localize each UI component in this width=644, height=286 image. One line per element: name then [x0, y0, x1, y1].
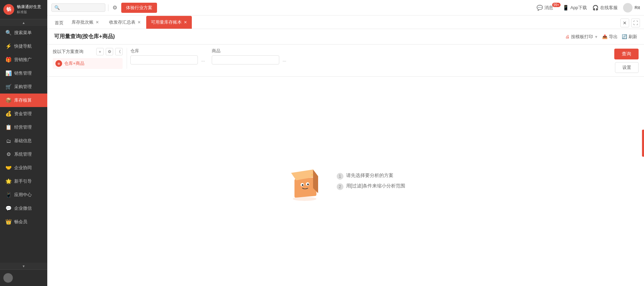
filter-area: 按以下方案查询 ＋ ⚙ 《 ⊕ 仓库+商品 仓库 — [47, 45, 644, 77]
tip-item-2: 2 用[过滤]条件来缩小分析范围 — [337, 183, 406, 190]
tab-fullscreen-button[interactable]: ⛶ — [631, 19, 640, 27]
filter-settings-button[interactable]: 设置 — [615, 62, 639, 73]
refresh-button[interactable]: 🔄 刷新 — [622, 34, 637, 40]
svg-point-8 — [293, 197, 316, 201]
sales-icon: 📊 — [5, 70, 11, 76]
scheme-item-warehouse-product[interactable]: ⊕ 仓库+商品 — [53, 58, 123, 69]
export-label: 导出 — [609, 34, 618, 40]
tab-batch-close[interactable]: ✕ — [96, 20, 99, 25]
empty-illustration: ✦ — [286, 161, 327, 202]
tab-summary-close[interactable]: ✕ — [137, 20, 141, 25]
filter-fields: 仓库 ... 商品 ... — [130, 48, 611, 64]
trial-button[interactable]: 体验行业方案 — [121, 3, 157, 13]
sidebar-item-label: 基础信息 — [14, 138, 32, 144]
sidebar-item-label: 经营管理 — [14, 124, 32, 130]
sidebar-item-basic[interactable]: 🗂 基础信息 — [0, 134, 47, 148]
guide-icon: 🌟 — [5, 178, 11, 184]
tab-available[interactable]: 可用量库存账本 ✕ — [146, 16, 192, 29]
scheme-actions: ＋ ⚙ 《 — [96, 48, 123, 55]
print-button[interactable]: 🖨 按模板打印 ▼ — [565, 34, 598, 40]
settings-scheme-button[interactable]: ⚙ — [106, 48, 113, 55]
topbar-avatar — [623, 3, 633, 12]
inventory-icon: 📦 — [5, 97, 11, 103]
sidebar-item-sales[interactable]: 📊 销售管理 — [0, 67, 47, 80]
enterprise-icon: 🤝 — [5, 165, 11, 171]
add-scheme-button[interactable]: ＋ — [96, 48, 104, 55]
export-button[interactable]: 📤 导出 — [602, 34, 618, 40]
search-input[interactable] — [61, 5, 102, 10]
marketing-icon: 🎁 — [5, 57, 11, 63]
sidebar-item-operations[interactable]: 📋 经营管理 — [0, 121, 47, 134]
app-download-icon: 📱 — [563, 5, 569, 11]
sidebar-item-label: 采购管理 — [14, 84, 32, 90]
page-title: 可用量查询(按仓库+商品) — [54, 33, 115, 40]
svg-point-5 — [302, 184, 303, 186]
sidebar-item-label: 企业微信 — [14, 205, 32, 211]
tab-summary[interactable]: 收发存汇总表 ✕ — [104, 16, 146, 29]
sidebar-item-finance[interactable]: 💰 资金管理 — [0, 107, 47, 121]
settings-icon[interactable]: ⚙ — [111, 3, 119, 12]
warehouse-field: 仓库 ... — [130, 48, 206, 64]
scheme-icon: ⊕ — [55, 60, 62, 67]
product-input[interactable] — [212, 55, 279, 64]
tab-close-button[interactable]: ✕ — [620, 19, 629, 27]
sidebar-header: 畅 畅康通好生意 标准版 — [0, 0, 47, 19]
collapse-scheme-button[interactable]: 《 — [115, 48, 123, 55]
sidebar-item-appcenter[interactable]: 📱 应用中心 — [0, 188, 47, 202]
sidebar-scroll-up[interactable]: ▲ — [0, 19, 47, 26]
content-area: 可用量查询(按仓库+商品) 🖨 按模板打印 ▼ 📤 导出 🔄 刷新 — [47, 29, 644, 286]
right-scrollbar[interactable] — [642, 130, 644, 157]
sidebar-item-label: 企业协同 — [14, 165, 32, 171]
product-more-button[interactable]: ... — [281, 56, 288, 64]
warehouse-more-button[interactable]: ... — [200, 56, 206, 64]
sidebar-item-wechat[interactable]: 💬 企业微信 — [0, 202, 47, 215]
user-name: Rit — [635, 5, 640, 10]
sidebar-item-system[interactable]: ⚙ 系统管理 — [0, 148, 47, 161]
sidebar-nav: 🔍 搜索菜单 ⚡ 快捷导航 🎁 营销推广 📊 销售管理 🛒 采购管理 📦 库存核… — [0, 26, 47, 263]
filter-row-1: 仓库 ... 商品 ... — [130, 48, 611, 64]
chevron-down-icon[interactable]: ▼ — [594, 35, 598, 39]
sidebar-footer — [0, 269, 47, 286]
query-button[interactable]: 查询 — [614, 49, 639, 59]
vip-icon: 👑 — [5, 219, 11, 225]
finance-icon: 💰 — [5, 111, 11, 117]
search-bar[interactable]: 🔍 — [51, 3, 105, 12]
message-badge: 99+ — [552, 3, 561, 7]
sidebar-item-guide[interactable]: 🌟 新手引导 — [0, 175, 47, 188]
export-icon: 📤 — [602, 34, 608, 39]
message-button[interactable]: 💬 消息 99+ — [537, 5, 557, 11]
search-icon: 🔍 — [5, 30, 11, 36]
user-avatar — [3, 273, 13, 283]
sidebar-scroll-down[interactable]: ▼ — [0, 263, 47, 269]
app-download-button[interactable]: 📱 App下载 — [563, 5, 587, 11]
quicknav-icon: ⚡ — [5, 43, 11, 49]
topbar-actions: 💬 消息 99+ 📱 App下载 🎧 在线客服 Rit — [537, 3, 640, 12]
sidebar-item-purchase[interactable]: 🛒 采购管理 — [0, 80, 47, 94]
sidebar-item-search[interactable]: 🔍 搜索菜单 — [0, 26, 47, 40]
service-label: 在线客服 — [600, 5, 618, 11]
tab-batch[interactable]: 库存批次账 ✕ — [67, 16, 104, 29]
sidebar-item-label: 营销推广 — [14, 57, 32, 63]
empty-state: ✦ 1 请先选择要分析的方案 2 用[过滤]条件来缩小分析范围 — [47, 77, 644, 286]
sidebar-item-label: 资金管理 — [14, 111, 32, 117]
sidebar-item-inventory[interactable]: 📦 库存核算 — [0, 94, 47, 107]
user-menu[interactable]: Rit — [623, 3, 640, 12]
appcenter-icon: 📱 — [5, 192, 11, 198]
tab-summary-label: 收发存汇总表 — [109, 19, 135, 25]
warehouse-input[interactable] — [130, 55, 198, 64]
tab-available-close[interactable]: ✕ — [184, 20, 187, 25]
msg-label: 消息 — [544, 5, 553, 11]
sidebar-item-marketing[interactable]: 🎁 营销推广 — [0, 53, 47, 67]
tab-home[interactable]: 首页 — [51, 17, 67, 29]
sidebar-item-vip[interactable]: 👑 畅会员 — [0, 215, 47, 229]
sidebar-item-label: 系统管理 — [14, 151, 32, 157]
app-logo: 畅 — [3, 4, 14, 15]
online-service-button[interactable]: 🎧 在线客服 — [592, 5, 618, 11]
tabs-right: ✕ ⛶ — [620, 19, 640, 29]
sidebar-item-enterprise[interactable]: 🤝 企业协同 — [0, 161, 47, 175]
sidebar-item-quicknav[interactable]: ⚡ 快捷导航 — [0, 40, 47, 53]
wechat-icon: 💬 — [5, 205, 11, 211]
sidebar-item-label: 畅会员 — [14, 219, 27, 225]
filter-scheme-panel: 按以下方案查询 ＋ ⚙ 《 ⊕ 仓库+商品 — [53, 48, 127, 69]
message-icon: 💬 — [537, 5, 543, 11]
